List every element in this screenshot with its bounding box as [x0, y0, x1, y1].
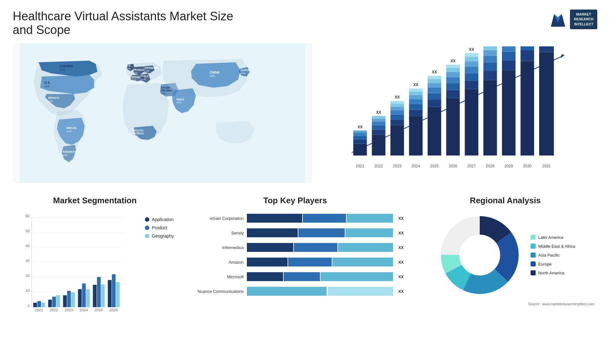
svg-text:2023: 2023	[65, 308, 73, 312]
player-name-microsoft: Microsoft	[186, 274, 244, 279]
svg-text:MEXICO: MEXICO	[48, 96, 59, 99]
svg-rect-97	[483, 80, 497, 156]
player-label-egain: XX	[398, 216, 403, 221]
player-row-infermedica: Infermedica XX	[186, 243, 404, 252]
svg-rect-100	[483, 56, 497, 63]
legend-label-geography: Geography	[152, 233, 174, 239]
svg-rect-41	[353, 131, 367, 133]
svg-rect-145	[82, 283, 86, 307]
donut-chart	[435, 211, 524, 300]
svg-text:xx%: xx%	[240, 72, 245, 75]
svg-text:XX: XX	[451, 59, 456, 63]
svg-rect-112	[520, 50, 534, 61]
svg-rect-88	[465, 89, 478, 156]
player-row-microsoft: Microsoft XX	[186, 272, 404, 281]
donut-container: Latin America Middle East & Africa Asia …	[417, 211, 594, 300]
svg-rect-152	[116, 282, 120, 307]
svg-text:xx%: xx%	[144, 70, 149, 72]
svg-rect-79	[446, 98, 460, 156]
svg-rect-84	[446, 68, 460, 72]
segmentation-title: Market Segmentation	[16, 196, 174, 206]
legend-application: Application	[145, 217, 174, 222]
svg-text:xx%: xx%	[44, 85, 50, 88]
svg-rect-72	[428, 93, 441, 100]
svg-rect-63	[409, 104, 423, 110]
svg-rect-65	[409, 95, 423, 99]
svg-text:xx%: xx%	[59, 68, 65, 71]
svg-text:xx%: xx%	[176, 101, 181, 104]
player-row-egain: eGain Corporation XX	[186, 214, 404, 223]
svg-text:ARABIA: ARABIA	[161, 89, 172, 92]
svg-rect-67	[409, 89, 423, 91]
svg-text:0: 0	[27, 304, 30, 308]
world-map-area: CANADA xx% U.S. xx% MEXICO xx% BRAZIL xx…	[13, 43, 312, 183]
legend-latin-america: Latin America	[531, 235, 575, 240]
svg-text:50: 50	[25, 229, 30, 233]
svg-rect-101	[483, 50, 497, 56]
svg-rect-76	[428, 76, 441, 79]
svg-rect-74	[428, 83, 441, 88]
svg-rect-91	[465, 67, 478, 73]
svg-rect-99	[483, 63, 497, 71]
logo-icon	[549, 11, 567, 28]
player-name-amazon: Amazon	[186, 260, 244, 265]
svg-rect-93	[465, 57, 478, 61]
svg-text:10: 10	[25, 288, 30, 293]
svg-text:2026: 2026	[449, 164, 457, 168]
svg-rect-111	[520, 61, 534, 155]
svg-text:xx%: xx%	[66, 130, 71, 133]
svg-text:xx%: xx%	[141, 78, 146, 81]
svg-text:AFRICA: AFRICA	[133, 132, 144, 135]
svg-rect-83	[446, 72, 460, 77]
svg-text:2024: 2024	[411, 164, 420, 168]
svg-text:SPAIN: SPAIN	[131, 76, 140, 79]
legend-color-asia-pacific	[531, 253, 536, 258]
legend-color-middle-east-africa	[531, 244, 536, 249]
regional-section: Regional Analysis	[413, 192, 597, 326]
legend-europe: Europe	[531, 261, 575, 266]
svg-text:2030: 2030	[523, 164, 532, 168]
svg-text:xx%: xx%	[133, 135, 138, 138]
legend-text-middle-east-africa: Middle East & Africa	[538, 244, 575, 249]
svg-rect-142	[67, 291, 71, 307]
legend-text-asia-pacific: Asia Pacific	[538, 253, 559, 258]
svg-rect-98	[483, 71, 497, 80]
segmentation-legend: Application Product Geography	[139, 211, 174, 312]
world-map: CANADA xx% U.S. xx% MEXICO xx% BRAZIL xx…	[13, 43, 312, 183]
svg-rect-144	[78, 289, 82, 307]
svg-rect-113	[520, 46, 534, 50]
svg-rect-45	[372, 130, 385, 135]
svg-rect-52	[390, 125, 404, 156]
svg-rect-94	[465, 53, 478, 57]
svg-text:40: 40	[25, 244, 30, 248]
svg-rect-90	[465, 73, 478, 81]
svg-rect-53	[390, 119, 404, 125]
svg-point-165	[459, 235, 500, 275]
svg-rect-136	[37, 301, 41, 307]
legend-color-north-america	[531, 270, 536, 275]
svg-text:XX: XX	[432, 70, 437, 74]
player-label-amazon: XX	[398, 260, 403, 265]
player-row-amazon: Amazon XX	[186, 258, 404, 266]
player-name-infermedica: Infermedica	[186, 245, 244, 250]
svg-text:xx%: xx%	[62, 154, 67, 157]
top-section: CANADA xx% U.S. xx% MEXICO xx% BRAZIL xx…	[13, 43, 597, 183]
svg-rect-143	[71, 292, 75, 307]
svg-text:2021: 2021	[356, 164, 364, 168]
regional-title: Regional Analysis	[417, 196, 594, 206]
svg-text:2025: 2025	[94, 308, 103, 312]
legend-middle-east-africa: Middle East & Africa	[531, 244, 575, 249]
player-label-sensly: XX	[398, 231, 403, 235]
svg-rect-137	[41, 303, 45, 307]
bottom-section: Market Segmentation 0 10 20 30 40 50 60	[13, 192, 597, 326]
logo-area: MARKET RESEARCH INTELLECT	[549, 10, 597, 29]
legend-color-europe	[531, 261, 536, 266]
svg-rect-108	[502, 46, 516, 52]
svg-rect-148	[97, 277, 101, 307]
player-label-microsoft: XX	[398, 274, 403, 279]
key-players-section: Top Key Players eGain Corporation XX Sen…	[183, 192, 407, 326]
regional-legend: Latin America Middle East & Africa Asia …	[531, 235, 575, 275]
svg-text:xx%: xx%	[131, 79, 136, 82]
svg-rect-49	[372, 116, 385, 118]
svg-text:xx%: xx%	[161, 92, 166, 95]
